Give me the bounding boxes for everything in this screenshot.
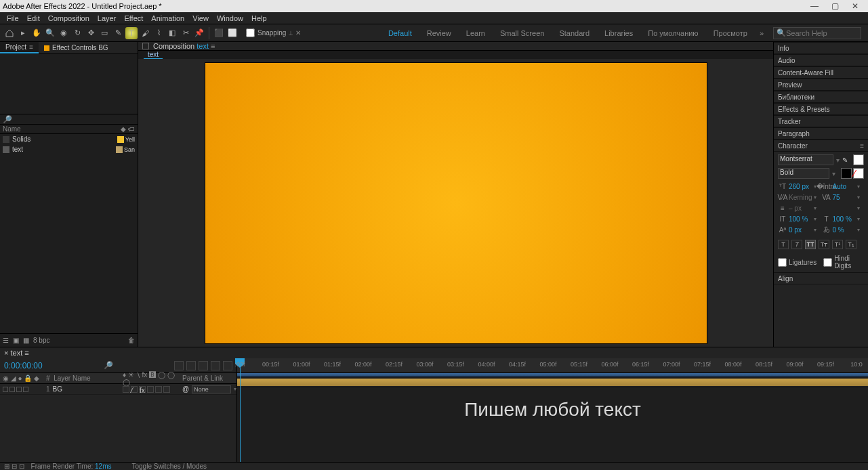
tab-project[interactable]: Project≡: [0, 42, 39, 54]
roto-tool[interactable]: ✂: [180, 27, 192, 39]
snapping-checkbox[interactable]: [246, 28, 255, 37]
close-button[interactable]: ✕: [845, 1, 865, 11]
rect-tool[interactable]: ▭: [98, 27, 110, 39]
orbit-tool[interactable]: ◉: [58, 27, 70, 39]
panel-info[interactable]: Info: [774, 42, 868, 54]
time-ruler[interactable]: :00f00:15f01:00f01:15f02:00f02:15f03:00f…: [237, 358, 868, 373]
faux-bold[interactable]: T: [778, 240, 789, 249]
menu-file[interactable]: File: [3, 14, 23, 22]
hand-tool[interactable]: ✋: [30, 27, 43, 39]
panel-preview[interactable]: Preview: [774, 79, 868, 91]
workspace-ru-default[interactable]: По умолчанию: [641, 24, 705, 41]
panel-align[interactable]: Align: [774, 272, 868, 284]
tab-effect-controls[interactable]: Effect Controls BG: [39, 42, 114, 54]
label-chip[interactable]: [116, 146, 123, 153]
graph-toggle[interactable]: [211, 361, 220, 370]
layer-row-bg[interactable]: 1BG ∕fx @None▾: [0, 384, 236, 395]
workspace-libraries[interactable]: Libraries: [598, 24, 640, 41]
timeline-search-icon[interactable]: 🔎: [104, 361, 113, 370]
parent-select[interactable]: None: [192, 385, 231, 393]
pickwhip-icon[interactable]: @: [182, 385, 189, 393]
panel-character[interactable]: Character≡: [774, 140, 868, 152]
clone-tool[interactable]: ⌇: [152, 27, 165, 39]
comp-mini-tab[interactable]: text: [144, 51, 163, 59]
font-family[interactable]: Montserrat: [778, 154, 833, 165]
stroke-swatch[interactable]: [841, 168, 852, 179]
workspace-ru-preview[interactable]: Просмотр: [707, 24, 754, 41]
help-search-input[interactable]: [786, 29, 858, 37]
snapping-toggle[interactable]: Snapping ⟂ ✕: [246, 28, 301, 37]
subscript[interactable]: T₁: [846, 240, 856, 249]
pen-tool[interactable]: ✎: [112, 27, 124, 39]
workspace-standard[interactable]: Standard: [552, 24, 596, 41]
home-button[interactable]: [3, 27, 16, 39]
workspace-smallscreen[interactable]: Small Screen: [493, 24, 551, 41]
label-chip[interactable]: [117, 136, 124, 143]
panel-effects-presets[interactable]: Effects & Presets: [774, 103, 868, 115]
fill-stroke-2[interactable]: ⬜: [226, 27, 239, 39]
superscript[interactable]: T¹: [832, 240, 843, 249]
menu-layer[interactable]: Layer: [94, 14, 121, 22]
fill-swatch[interactable]: [853, 154, 864, 165]
menu-help[interactable]: Help: [247, 14, 271, 22]
project-row-text[interactable]: text San: [0, 144, 138, 154]
comp-tab[interactable]: Composition text ≡: [153, 42, 215, 50]
trash-icon[interactable]: 🗑: [128, 337, 135, 344]
interpret-icon[interactable]: ☰: [3, 337, 9, 344]
current-timecode[interactable]: 0:00:00:00: [4, 361, 43, 370]
hindi-toggle[interactable]: Hindi Digits: [823, 255, 864, 270]
motion-blur-toggle[interactable]: [199, 361, 208, 370]
puppet-tool[interactable]: 📌: [193, 27, 205, 39]
timeline-tab[interactable]: × text ≡: [4, 349, 29, 357]
stroke-width[interactable]: – px: [789, 205, 812, 212]
lock-icon[interactable]: [142, 43, 149, 49]
tsume[interactable]: 0 %: [833, 226, 856, 234]
faux-italic[interactable]: T: [791, 240, 802, 249]
toggle-switches-modes[interactable]: Toggle Switches / Modes: [132, 463, 207, 470]
font-size[interactable]: 260 px: [789, 183, 812, 190]
shy-toggle[interactable]: [174, 361, 184, 370]
hscale[interactable]: 100 %: [833, 215, 856, 223]
text-tool[interactable]: T: [125, 27, 138, 39]
project-search[interactable]: 🔎: [0, 114, 138, 125]
menu-edit[interactable]: Edit: [23, 14, 44, 22]
panel-paragraph[interactable]: Paragraph: [774, 127, 868, 140]
expand-icon[interactable]: ⊞ ⊟ ⊡: [4, 463, 24, 470]
menu-effect[interactable]: Effect: [120, 14, 147, 22]
tracking[interactable]: 75: [833, 194, 856, 201]
project-row-solids[interactable]: Solids Yell: [0, 134, 138, 144]
track-bg[interactable]: [237, 377, 868, 388]
menu-view[interactable]: View: [188, 14, 213, 22]
frame-blend-toggle[interactable]: [186, 361, 196, 370]
help-search[interactable]: 🔍: [773, 27, 861, 39]
leading[interactable]: Auto: [833, 183, 856, 190]
composition-canvas[interactable]: [205, 63, 707, 343]
render-toggle[interactable]: [223, 361, 232, 370]
anchor-tool[interactable]: ✥: [85, 27, 97, 39]
nofill-swatch[interactable]: ⁄: [853, 168, 864, 179]
new-comp-icon[interactable]: ▦: [23, 337, 29, 344]
column-label[interactable]: ◆ 🏷: [108, 125, 135, 133]
panel-libraries[interactable]: Библиотеки: [774, 91, 868, 103]
all-caps[interactable]: TT: [805, 240, 816, 249]
panel-tracker[interactable]: Tracker: [774, 115, 868, 127]
zoom-tool[interactable]: 🔍: [44, 27, 56, 39]
timeline-right[interactable]: :00f00:15f01:00f01:15f02:00f02:15f03:00f…: [237, 358, 868, 462]
fill-stroke[interactable]: ⬛: [213, 27, 225, 39]
maximize-button[interactable]: ▢: [825, 1, 845, 11]
menu-window[interactable]: Window: [213, 14, 247, 22]
selection-tool[interactable]: ▸: [17, 27, 29, 39]
ligatures-toggle[interactable]: Ligatures: [778, 255, 817, 270]
eyedropper-icon[interactable]: ✎: [842, 156, 848, 164]
rotate-tool[interactable]: ↻: [71, 27, 83, 39]
minimize-button[interactable]: —: [804, 1, 825, 11]
font-weight[interactable]: Bold: [778, 168, 829, 179]
brush-tool[interactable]: 🖌: [139, 27, 151, 39]
small-caps[interactable]: Tᴛ: [819, 240, 829, 249]
column-name[interactable]: Name: [3, 125, 108, 133]
menu-animation[interactable]: Animation: [147, 14, 188, 22]
panel-audio[interactable]: Audio: [774, 54, 868, 66]
workspace-learn[interactable]: Learn: [459, 24, 492, 41]
bpc-toggle[interactable]: 8 bpc: [33, 337, 49, 344]
kerning[interactable]: Kerning: [789, 194, 812, 201]
